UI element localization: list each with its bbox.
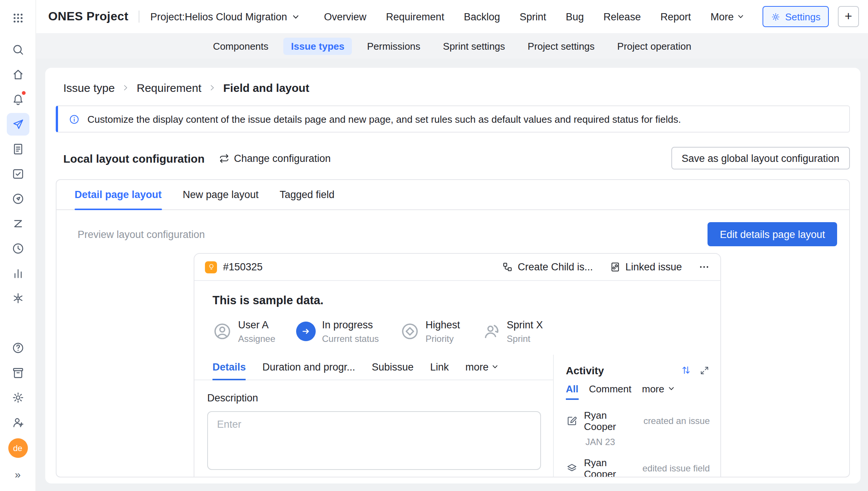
- activity-action: created an issue: [643, 416, 710, 426]
- subnav-permissions[interactable]: Permissions: [359, 37, 428, 55]
- subnav-issue-types[interactable]: Issue types: [284, 37, 352, 55]
- sidebar-search-button[interactable]: [6, 38, 29, 61]
- expand-icon: [699, 365, 710, 376]
- activity-tab-comment[interactable]: Comment: [589, 383, 631, 400]
- nav-more[interactable]: More: [711, 11, 744, 22]
- tab-tagged-field[interactable]: Tagged field: [280, 180, 335, 209]
- sprint-icon: [481, 322, 501, 342]
- activity-item: Ryan Cooper created an issue JAN 23: [566, 410, 710, 447]
- breadcrumb-issue-type[interactable]: Issue type: [63, 81, 115, 94]
- description-section: Description: [194, 380, 553, 470]
- nav-more-label: More: [711, 11, 734, 22]
- help-button[interactable]: [6, 336, 29, 359]
- issue-tab-duration[interactable]: Duration and progr...: [263, 355, 355, 380]
- assignee-avatar-icon: [212, 322, 232, 342]
- sidebar-notifications-button[interactable]: [6, 88, 29, 110]
- clock-icon: [11, 241, 24, 255]
- create-child-issue-button[interactable]: Create Child is...: [502, 261, 593, 273]
- notification-badge-dot: [21, 90, 26, 95]
- activity-date: JAN 23: [585, 437, 710, 447]
- project-selector[interactable]: Project:Helios Cloud Migration: [150, 11, 300, 22]
- sidebar-collapse-button[interactable]: »: [6, 463, 29, 485]
- issue-tab-subissue[interactable]: Subissue: [372, 355, 414, 380]
- settings-button[interactable]: Settings: [763, 6, 829, 27]
- members-button[interactable]: [6, 411, 29, 433]
- nav-overview[interactable]: Overview: [324, 11, 367, 22]
- sidebar-item-documents[interactable]: [6, 137, 29, 160]
- nav-bug[interactable]: Bug: [566, 11, 584, 22]
- resources-button[interactable]: [6, 361, 29, 384]
- activity-item-header: Ryan Cooper edited issue field: [566, 457, 710, 477]
- save-global-layout-button[interactable]: Save as global layout configuration: [671, 147, 850, 169]
- field-priority[interactable]: Highest Priority: [400, 319, 460, 344]
- info-banner-text: Customize the display content of the iss…: [87, 113, 681, 125]
- field-sprint[interactable]: Sprint X Sprint: [481, 319, 543, 344]
- edit-details-layout-button[interactable]: Edit details page layout: [708, 222, 837, 246]
- preview-label: Preview layout configuration: [78, 229, 205, 240]
- subnav-project-operation[interactable]: Project operation: [610, 37, 699, 55]
- sidebar-item-reports[interactable]: [6, 262, 29, 284]
- status-icon: [296, 322, 316, 342]
- issue-card-header: #150325 Create Child is... Linked issue: [194, 254, 720, 281]
- subnav-sprint-settings[interactable]: Sprint settings: [436, 37, 513, 55]
- linked-issue-button[interactable]: Linked issue: [610, 261, 682, 273]
- activity-user[interactable]: Ryan Cooper: [584, 410, 630, 432]
- activity-user[interactable]: Ryan Cooper: [584, 457, 629, 477]
- subnav-project-settings[interactable]: Project settings: [520, 37, 602, 55]
- project-subnav: Components Issue types Permissions Sprin…: [36, 33, 868, 59]
- app-window: de » ONES Project Project:Helios Cloud M…: [0, 0, 868, 491]
- user-avatar[interactable]: de: [8, 438, 28, 458]
- preview-header-row: Preview layout configuration Edit detail…: [78, 222, 837, 246]
- app-launcher-button[interactable]: [6, 6, 29, 29]
- avatar-initials: de: [13, 444, 23, 453]
- chevron-right-icon: [122, 84, 130, 92]
- tab-detail-page-layout[interactable]: Detail page layout: [75, 180, 162, 209]
- issue-tab-link[interactable]: Link: [430, 355, 449, 380]
- sidebar-home-button[interactable]: [6, 63, 29, 85]
- nav-backlog[interactable]: Backlog: [464, 11, 500, 22]
- sidebar-item-performance[interactable]: [6, 287, 29, 309]
- search-icon: [11, 43, 24, 56]
- hierarchy-icon: [502, 261, 513, 273]
- sidebar-item-history[interactable]: [6, 237, 29, 259]
- chevron-down-icon: [492, 363, 499, 371]
- nav-report[interactable]: Report: [660, 11, 691, 22]
- issue-more-button[interactable]: [698, 261, 710, 273]
- breadcrumb-requirement[interactable]: Requirement: [137, 81, 202, 94]
- sidebar-item-discover[interactable]: [6, 187, 29, 210]
- activity-tab-all[interactable]: All: [566, 383, 578, 400]
- activity-tab-more[interactable]: more: [642, 383, 675, 400]
- add-button[interactable]: +: [838, 6, 859, 27]
- sidebar-item-workflow[interactable]: [6, 212, 29, 235]
- top-bar: ONES Project Project:Helios Cloud Migrat…: [36, 0, 868, 33]
- issue-tab-bar: Details Duration and progr... Subissue L…: [194, 355, 553, 380]
- sidebar-item-projects[interactable]: [6, 113, 29, 135]
- bulb-icon: [207, 263, 215, 271]
- archive-box-icon: [11, 366, 24, 379]
- chevron-right-icon: [208, 84, 217, 92]
- nav-sprint[interactable]: Sprint: [520, 11, 546, 22]
- field-status[interactable]: In progress Current status: [296, 319, 379, 344]
- assignee-value: User A: [238, 319, 275, 332]
- activity-expand-button[interactable]: [699, 365, 710, 376]
- nav-release[interactable]: Release: [604, 11, 641, 22]
- issue-tab-details[interactable]: Details: [212, 355, 246, 380]
- nav-requirement[interactable]: Requirement: [386, 11, 445, 22]
- issue-tab-more[interactable]: more: [465, 355, 499, 380]
- issue-title-block: This is sample data. User A Assign: [194, 281, 720, 355]
- subnav-components[interactable]: Components: [205, 37, 276, 55]
- tab-new-page-layout[interactable]: New page layout: [183, 180, 258, 209]
- change-configuration-button[interactable]: Change configuration: [218, 152, 331, 164]
- sidebar-item-tasks[interactable]: [6, 162, 29, 185]
- sprint-value: Sprint X: [507, 319, 543, 332]
- main-content: Issue type Requirement Field and layout …: [36, 59, 868, 491]
- field-assignee[interactable]: User A Assignee: [212, 319, 275, 344]
- description-input[interactable]: [207, 411, 541, 470]
- priority-value: Highest: [426, 319, 460, 332]
- activity-sort-button[interactable]: [680, 365, 692, 376]
- sidebar-settings-button[interactable]: [6, 386, 29, 409]
- priority-icon: [400, 322, 420, 342]
- home-icon: [11, 67, 24, 81]
- bar-chart-icon: [11, 266, 24, 280]
- priority-label: Priority: [426, 334, 460, 344]
